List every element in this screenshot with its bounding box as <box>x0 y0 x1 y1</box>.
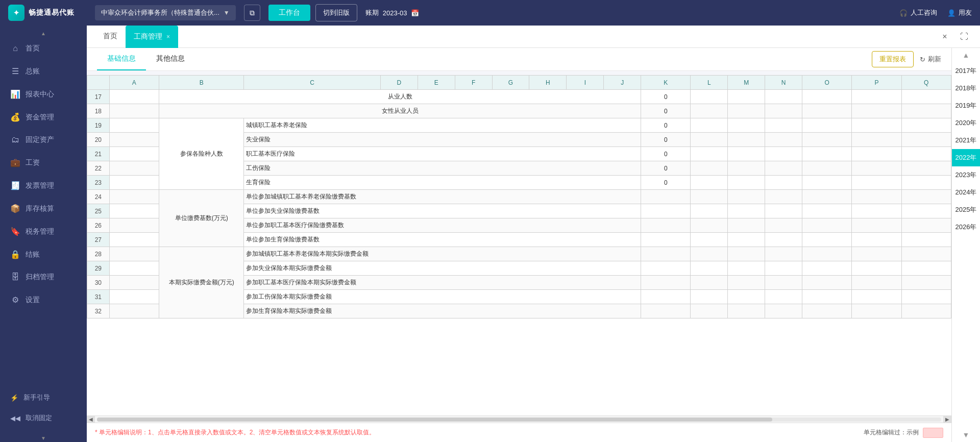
cell-c[interactable]: 参加生育保险本期实际缴费金额 <box>244 304 641 318</box>
cell-empty[interactable] <box>802 190 852 204</box>
company-selector[interactable]: 中审众环会计师事务所（特殊普通合伙... ▼ <box>95 5 236 20</box>
cell-empty[interactable] <box>802 290 852 304</box>
cell-empty[interactable] <box>802 133 852 147</box>
cell-empty[interactable] <box>765 218 802 233</box>
cell-empty[interactable] <box>901 190 951 204</box>
cell-empty[interactable] <box>765 247 802 261</box>
cell-empty[interactable] <box>901 261 951 276</box>
year-panel-up[interactable]: ▲ <box>952 48 980 62</box>
cell-empty[interactable] <box>901 276 951 290</box>
cell-empty[interactable] <box>765 290 802 304</box>
cell-empty[interactable] <box>728 276 765 290</box>
cell-empty[interactable] <box>765 104 802 118</box>
cell-empty[interactable] <box>728 90 765 104</box>
cell-empty[interactable] <box>802 90 852 104</box>
switch-version-button[interactable]: 切到旧版 <box>315 4 357 21</box>
cell-empty[interactable] <box>728 133 765 147</box>
cell-a[interactable] <box>109 204 159 218</box>
cell-empty[interactable] <box>901 90 951 104</box>
cell-empty[interactable] <box>641 261 691 276</box>
cell-c[interactable]: 参加职工基本医疗保险本期实际缴费金额 <box>244 276 641 290</box>
sidebar-item-salary[interactable]: 💼 工资 <box>0 151 87 174</box>
cell-empty[interactable] <box>728 247 765 261</box>
cell-empty[interactable] <box>691 204 728 218</box>
sidebar-item-funds[interactable]: 💰 资金管理 <box>0 106 87 129</box>
cell-c[interactable]: 生育保险 <box>244 176 641 190</box>
cell-empty[interactable] <box>641 247 691 261</box>
cell-empty[interactable] <box>802 104 852 118</box>
cell-empty[interactable] <box>641 233 691 247</box>
year-item[interactable]: 2019年 <box>952 97 980 114</box>
cell-empty[interactable] <box>691 104 728 118</box>
cell-a[interactable] <box>109 261 159 276</box>
cell-c[interactable]: 单位参加职工基本医疗保险缴费基数 <box>244 218 641 233</box>
cell-empty[interactable] <box>728 290 765 304</box>
cell-empty[interactable] <box>852 90 901 104</box>
cell-empty[interactable] <box>641 218 691 233</box>
cell-empty[interactable] <box>852 161 901 176</box>
cell-empty[interactable] <box>728 204 765 218</box>
sidebar-item-ledger[interactable]: ☰ 总账 <box>0 60 87 83</box>
year-item[interactable]: 2021年 <box>952 132 980 149</box>
cell-empty[interactable] <box>802 218 852 233</box>
sidebar-scroll-up[interactable]: ▲ <box>0 30 87 37</box>
cell-empty[interactable] <box>852 176 901 190</box>
cell-empty[interactable] <box>728 176 765 190</box>
cell-empty[interactable] <box>728 161 765 176</box>
cell-empty[interactable] <box>901 176 951 190</box>
cell-empty[interactable] <box>765 118 802 133</box>
year-item[interactable]: 2018年 <box>952 80 980 97</box>
tab-active[interactable]: 工商管理 × <box>126 26 178 48</box>
cell-k[interactable]: 0 <box>641 176 691 190</box>
cell-empty[interactable] <box>802 261 852 276</box>
cell-a[interactable] <box>109 104 159 118</box>
cell-empty[interactable] <box>765 204 802 218</box>
horizontal-scrollbar[interactable]: ◀ ▶ <box>87 415 951 423</box>
cell-empty[interactable] <box>765 133 802 147</box>
cell-a[interactable] <box>109 276 159 290</box>
spreadsheet-container[interactable]: A B C D E F G H I J <box>87 75 951 415</box>
cell-empty[interactable] <box>691 290 728 304</box>
refresh-button[interactable]: ↻ 刷新 <box>920 55 941 64</box>
sidebar-item-invoice[interactable]: 🧾 发票管理 <box>0 174 87 197</box>
cell-empty[interactable] <box>901 233 951 247</box>
cell-a[interactable] <box>109 218 159 233</box>
cell-empty[interactable] <box>901 247 951 261</box>
cell-a[interactable] <box>109 133 159 147</box>
cell-empty[interactable] <box>901 104 951 118</box>
cell-k[interactable]: 0 <box>641 118 691 133</box>
cell-empty[interactable] <box>765 161 802 176</box>
cell-empty[interactable] <box>765 304 802 318</box>
cell-empty[interactable] <box>802 176 852 190</box>
cell-k[interactable]: 0 <box>641 133 691 147</box>
cell-empty[interactable] <box>901 161 951 176</box>
cell-empty[interactable] <box>852 104 901 118</box>
cell-c[interactable]: 失业保险 <box>244 133 641 147</box>
customer-service[interactable]: 🎧 人工咨询 <box>899 8 937 17</box>
cell-empty[interactable] <box>901 304 951 318</box>
year-item[interactable]: 2022年 <box>952 149 980 166</box>
cell-a[interactable] <box>109 233 159 247</box>
copy-button[interactable]: ⧉ <box>244 5 260 21</box>
cell-a[interactable] <box>109 304 159 318</box>
cell-k[interactable]: 0 <box>641 90 691 104</box>
cell-c[interactable]: 单位参加生育保险缴费基数 <box>244 233 641 247</box>
cell-empty[interactable] <box>852 276 901 290</box>
cell-c[interactable]: 参加失业保险本期实际缴费金额 <box>244 261 641 276</box>
cell-empty[interactable] <box>728 304 765 318</box>
cell-empty[interactable] <box>852 261 901 276</box>
cell-empty[interactable] <box>852 247 901 261</box>
cell-a[interactable] <box>109 176 159 190</box>
cell-empty[interactable] <box>901 218 951 233</box>
year-item[interactable]: 2024年 <box>952 184 980 201</box>
cell-empty[interactable] <box>802 247 852 261</box>
cell-empty[interactable] <box>852 133 901 147</box>
cell-empty[interactable] <box>691 190 728 204</box>
cell-c[interactable]: 工伤保险 <box>244 161 641 176</box>
sidebar-scroll-down[interactable]: ▼ <box>0 434 87 442</box>
year-item[interactable]: 2023年 <box>952 166 980 184</box>
cell-empty[interactable] <box>802 161 852 176</box>
cell-empty[interactable] <box>901 118 951 133</box>
cell-c[interactable]: 单位参加失业保险缴费基数 <box>244 204 641 218</box>
cell-empty[interactable] <box>641 190 691 204</box>
